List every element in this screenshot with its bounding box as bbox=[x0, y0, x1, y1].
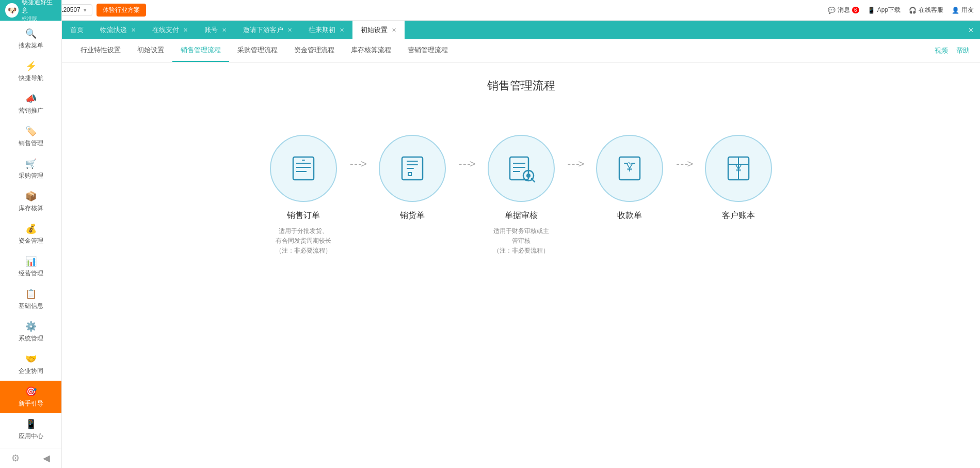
flow-step-sales-order: 销售订单适用于分批发货、有合同发货周期较长（注：非必要流程） bbox=[257, 135, 350, 256]
sidebar-item-label: 系统管理 bbox=[19, 334, 43, 343]
message-badge: 6 bbox=[852, 7, 859, 13]
sidebar-item-系统管理[interactable]: ⚙️系统管理 bbox=[0, 316, 61, 348]
nav-icon: 🤝 bbox=[25, 353, 37, 365]
chevron-down-icon: ▼ bbox=[83, 7, 88, 13]
sub-tab-初始设置[interactable]: 初始设置 bbox=[129, 39, 172, 62]
nav-tab-往来期初[interactable]: 往来期初✕ bbox=[300, 21, 352, 39]
nav-icon: 🛒 bbox=[25, 158, 37, 169]
sub-tab-资金管理流程[interactable]: 资金管理流程 bbox=[286, 39, 343, 62]
nav-tab-在线支付[interactable]: 在线支付✕ bbox=[144, 21, 196, 39]
message-item[interactable]: 💬 消息 6 bbox=[828, 6, 859, 14]
help-link[interactable]: 帮助 bbox=[956, 46, 970, 55]
close-icon[interactable]: ✕ bbox=[340, 27, 344, 34]
flow-circle-receipt: ¥ bbox=[596, 135, 663, 202]
sidebar-item-应用中心[interactable]: 📱应用中心 bbox=[0, 413, 61, 446]
sidebar-bottom: ⚙ ◀ bbox=[0, 448, 61, 468]
main-content: 行业特性设置初始设置销售管理流程采购管理流程资金管理流程库存核算流程营销管理流程… bbox=[62, 39, 980, 468]
logo-text: 畅捷通好生意 bbox=[22, 0, 56, 15]
close-all-tabs[interactable]: ✕ bbox=[962, 26, 980, 34]
sidebar-item-搜索菜单[interactable]: 🔍搜索菜单 bbox=[0, 23, 61, 55]
flow-step-sales-delivery: 销货单 bbox=[366, 135, 459, 226]
nav-tab-邀请下游客户[interactable]: 邀请下游客户✕ bbox=[235, 21, 300, 39]
nav-tab-物流快递[interactable]: 物流快递✕ bbox=[92, 21, 144, 39]
close-icon[interactable]: ✕ bbox=[131, 27, 136, 34]
sub-tab-库存核算流程[interactable]: 库存核算流程 bbox=[343, 39, 399, 62]
close-icon[interactable]: ✕ bbox=[183, 27, 188, 34]
collapse-icon[interactable]: ◀ bbox=[43, 453, 50, 464]
top-bar: 用户690企业1660120507 ▼ 体验行业方案 💬 消息 6 📱 App下… bbox=[0, 0, 980, 21]
nav-tab-label: 首页 bbox=[70, 25, 84, 35]
nav-icon: 📊 bbox=[25, 256, 37, 267]
sidebar-item-基础信息[interactable]: 📋基础信息 bbox=[0, 283, 61, 316]
sidebar-item-label: 资金管理 bbox=[19, 237, 43, 245]
sidebar-item-快捷导航[interactable]: ⚡快捷导航 bbox=[0, 55, 61, 88]
close-icon[interactable]: ✕ bbox=[287, 27, 292, 34]
sidebar-item-label: 销售管理 bbox=[19, 139, 43, 148]
page-body: 销售管理流程 销售订单适用于分批发货、有合同发货周期较长（注：非必要流程）- -… bbox=[62, 63, 980, 282]
logo-icon: 🐶 bbox=[5, 3, 19, 18]
sidebar-logo: 🐶 畅捷通好生意 标准版 bbox=[0, 0, 61, 21]
nav-tabs-bar: 首页物流快递✕在线支付✕账号✕邀请下游客户✕往来期初✕初始设置✕✕ bbox=[62, 21, 980, 39]
nav-icon: 📱 bbox=[25, 418, 37, 430]
sidebar-item-label: 应用中心 bbox=[19, 432, 43, 441]
sidebar-item-label: 采购管理 bbox=[19, 171, 43, 180]
online-service-label: 在线客服 bbox=[919, 6, 943, 14]
video-link[interactable]: 视频 bbox=[935, 46, 948, 55]
sidebar-item-新手引导[interactable]: 🎯新手引导 bbox=[0, 381, 61, 413]
flow-step-desc-audit: 适用于财务审核或主管审核（注：非必要流程） bbox=[493, 226, 549, 256]
sidebar-item-label: 新手引导 bbox=[19, 399, 43, 408]
flow-step-title-audit: 单据审核 bbox=[505, 210, 538, 221]
sidebar-item-营销推广[interactable]: 📣营销推广 bbox=[0, 88, 61, 120]
flow-step-title-customer-ledger: 客户账本 bbox=[722, 210, 755, 221]
svg-text:¥: ¥ bbox=[626, 162, 633, 174]
app-download-item[interactable]: 📱 App下载 bbox=[867, 6, 901, 14]
user-avatar-item[interactable]: 👤 用友 bbox=[952, 6, 974, 14]
svg-rect-5 bbox=[510, 157, 528, 180]
nav-icon: 📣 bbox=[25, 93, 37, 104]
sidebar-item-资金管理[interactable]: 💰资金管理 bbox=[0, 218, 61, 251]
close-icon[interactable]: ✕ bbox=[392, 27, 396, 34]
arrow-icon: - - -> bbox=[459, 158, 475, 170]
sidebar-item-label: 快捷导航 bbox=[19, 74, 43, 83]
sidebar-item-经营管理[interactable]: 📊经营管理 bbox=[0, 251, 61, 283]
sidebar-item-企业协同[interactable]: 🤝企业协同 bbox=[0, 348, 61, 381]
sub-tab-采购管理流程[interactable]: 采购管理流程 bbox=[229, 39, 286, 62]
sidebar-item-label: 经营管理 bbox=[19, 269, 43, 278]
sub-tab-行业特性设置[interactable]: 行业特性设置 bbox=[72, 39, 129, 62]
sidebar-item-label: 搜索菜单 bbox=[19, 41, 43, 50]
flow-step-title-sales-delivery: 销货单 bbox=[400, 210, 425, 221]
nav-icon: 🎯 bbox=[25, 386, 37, 397]
close-icon[interactable]: ✕ bbox=[222, 27, 227, 34]
sub-tab-营销管理流程[interactable]: 营销管理流程 bbox=[399, 39, 456, 62]
sidebar-item-采购管理[interactable]: 🛒采购管理 bbox=[0, 153, 61, 185]
flow-circle-sales-order bbox=[270, 135, 337, 202]
sidebar-item-销售管理[interactable]: 🏷️销售管理 bbox=[0, 120, 61, 153]
nav-tab-label: 在线支付 bbox=[152, 25, 179, 35]
sidebar-item-库存核算[interactable]: 📦库存核算 bbox=[0, 185, 61, 218]
nav-icon: 📦 bbox=[25, 191, 37, 202]
sub-tab-销售管理流程[interactable]: 销售管理流程 bbox=[172, 39, 229, 62]
flow-step-title-receipt: 收款单 bbox=[617, 210, 642, 221]
svg-line-10 bbox=[532, 179, 535, 182]
sidebar-item-label: 企业协同 bbox=[19, 367, 43, 376]
arrow-icon: - - -> bbox=[568, 158, 584, 170]
nav-tab-label: 账号 bbox=[204, 25, 218, 35]
flow-circle-audit bbox=[488, 135, 555, 202]
settings-icon[interactable]: ⚙ bbox=[11, 453, 20, 464]
nav-tab-首页[interactable]: 首页 bbox=[62, 21, 92, 39]
nav-icon: 💰 bbox=[25, 223, 37, 235]
flow-arrow-3: - - -> bbox=[676, 135, 692, 170]
nav-tab-label: 初始设置 bbox=[361, 25, 388, 35]
experience-button[interactable]: 体验行业方案 bbox=[97, 4, 146, 17]
avatar: 👤 bbox=[952, 7, 959, 14]
sidebar-item-label: 基础信息 bbox=[19, 302, 43, 310]
svg-point-11 bbox=[526, 174, 531, 178]
sidebar-item-label: 营销推广 bbox=[19, 106, 43, 115]
flow-diagram: 销售订单适用于分批发货、有合同发货周期较长（注：非必要流程）- - -> 销货单… bbox=[83, 124, 959, 267]
app-download-label: App下载 bbox=[877, 6, 901, 14]
online-service-item[interactable]: 🎧 在线客服 bbox=[909, 6, 943, 14]
message-label: 消息 bbox=[838, 6, 850, 14]
service-icon: 🎧 bbox=[909, 7, 917, 14]
nav-tab-账号[interactable]: 账号✕ bbox=[196, 21, 235, 39]
nav-tab-初始设置[interactable]: 初始设置✕ bbox=[352, 21, 405, 39]
